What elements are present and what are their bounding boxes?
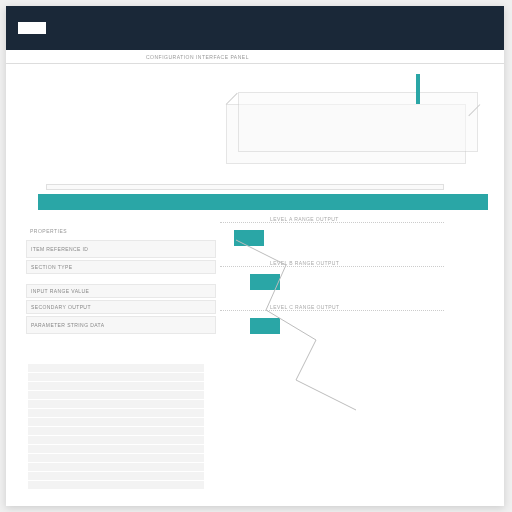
list-row[interactable] [28,445,204,454]
title-chip[interactable] [18,22,46,34]
geom-box-top [238,92,478,152]
list-row[interactable] [28,382,204,391]
list-row[interactable] [28,427,204,436]
list-row[interactable] [28,409,204,418]
guide-label: LEVEL C RANGE OUTPUT [270,304,340,310]
accent-band[interactable] [38,194,488,210]
list-row[interactable] [28,364,204,373]
list-row[interactable] [28,400,204,409]
chip-button[interactable] [250,318,280,334]
guide-line [220,222,444,223]
list-row[interactable] [28,481,204,490]
list-row[interactable] [28,472,204,481]
form-row[interactable]: SECTION TYPE [26,260,216,274]
geom-marker[interactable] [418,74,420,104]
form-header: PROPERTIES [26,228,216,238]
form-row[interactable]: SECONDARY OUTPUT [26,300,216,314]
list-row[interactable] [28,436,204,445]
list-row[interactable] [28,454,204,463]
form-row[interactable]: ITEM REFERENCE ID [26,240,216,258]
guide-label: LEVEL A RANGE OUTPUT [270,216,339,222]
form-panel: PROPERTIES ITEM REFERENCE ID SECTION TYP… [26,228,216,336]
list-row[interactable] [28,373,204,382]
geometry-preview [226,74,486,194]
sub-header: CONFIGURATION INTERFACE PANEL [6,50,504,64]
list-panel [28,364,204,490]
titlebar [6,6,504,50]
list-row[interactable] [28,418,204,427]
list-row[interactable] [28,391,204,400]
canvas: LEVEL A RANGE OUTPUT LEVEL B RANGE OUTPU… [6,64,504,504]
chip-stack [234,230,280,362]
list-row[interactable] [28,463,204,472]
form-row[interactable]: INPUT RANGE VALUE [26,284,216,298]
guide-label: LEVEL B RANGE OUTPUT [270,260,339,266]
chip-button[interactable] [234,230,264,246]
app-window: CONFIGURATION INTERFACE PANEL LEVEL A RA… [6,6,504,506]
form-row[interactable]: PARAMETER STRING DATA [26,316,216,334]
chip-button[interactable] [250,274,280,290]
band-strip [46,184,444,190]
